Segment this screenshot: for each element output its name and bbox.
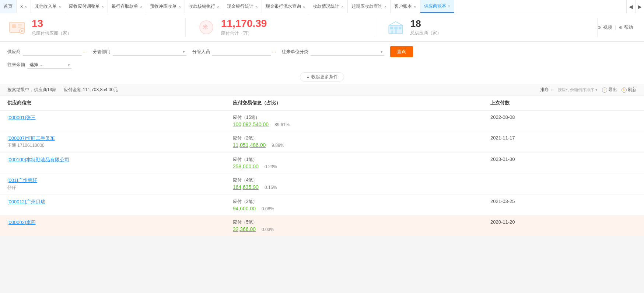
nav-tab-collectstat-label: 收款情况统计 [313,3,339,10]
dept-select-wrapper [113,48,186,56]
trans-amount-link[interactable]: 94,600.00 [233,206,256,211]
nav-arrows: ◀ ▶ [626,0,644,13]
person-label: 分管人员 [192,49,210,55]
trans-percentage: 0.15% [265,185,277,190]
close-icon[interactable]: × [384,4,386,9]
close-icon[interactable]: × [448,4,450,8]
trans-percentage: 0.03% [262,227,274,232]
nav-tab-verify[interactable]: 收款核销执行 × [185,0,223,13]
nav-tab-overdue-label: 超期应收款查询 [351,3,382,10]
close-icon[interactable]: × [25,4,27,9]
nav-tab-custbook[interactable]: 客户账本 × [391,0,420,13]
help-link[interactable]: ⊙ 帮助 [619,24,633,31]
supplier-input[interactable] [23,48,82,56]
trans-amount-link[interactable]: 258,000.00 [233,163,259,169]
summary-card-total-suppliers: 18 总供应商（家） [375,18,598,37]
sort-label: 排序： [540,87,553,93]
trans-label: 应付（1笔） [233,156,476,163]
svg-rect-10 [394,27,398,29]
payable-suppliers-content: 13 总应付供应商（家） [32,18,71,37]
trans-percentage: 0.08% [262,206,274,211]
supplier-name-link[interactable]: [000001]张三 [7,115,36,120]
suppliers-table: 供应商信息 应付交易信息（占比） 上次付数 [000001]张三应付（15笔）1… [0,96,644,236]
trans-info-cell: 应付（4笔）164,635.900.15% [225,173,483,195]
supplier-dots-icon[interactable]: ··· [83,49,87,55]
supplier-info-cell: [000001]张三 [0,110,225,131]
trans-info-cell: 应付（5笔）32,366.000.03% [225,216,483,236]
category-select[interactable] [311,48,384,56]
filter-row-1: 供应商 ··· 分管部门 分管人员 ··· 往来单位分类 查询 [7,46,637,57]
close-icon[interactable]: × [102,4,104,9]
nav-tab-3[interactable]: 3 × [17,0,31,13]
supplier-name-link[interactable]: [001]广州荣轩 [7,177,37,183]
svg-rect-3 [18,27,21,28]
close-icon[interactable]: × [140,4,142,9]
nav-tab-overdue[interactable]: 超期应收款查询 × [348,0,391,13]
balance-select[interactable]: 选择... [27,61,71,69]
query-button[interactable]: 查询 [390,46,413,57]
results-actions: 排序： 按应付余额倒序排序 ▾ ○ 导出 ↻ 刷新 [540,87,637,93]
close-icon[interactable]: × [217,4,219,9]
nav-tab-supplierbook-label: 供应商账本 [424,3,446,9]
trans-amount-link[interactable]: 32,366.00 [233,226,256,232]
close-icon[interactable]: × [414,4,416,9]
supplier-sub-info: 仔仔 [7,185,218,191]
total-payable-number: 11,170.39 [221,18,267,30]
nav-tab-adjust-label: 应收应付调整单 [69,3,100,10]
trans-percentage: 0.23% [265,164,277,169]
supplier-name-link[interactable]: [000007]恒旺二手叉车 [7,135,55,141]
col-last-pay: 上次付数 [483,96,644,110]
supplier-name-link[interactable]: [000002]李四 [7,220,36,225]
trans-amount-link[interactable]: 11,051,486.00 [233,142,266,148]
dept-select[interactable] [113,48,186,56]
table-row: [000007]恒旺二手叉车王通 17106110000应付（2笔）11,051… [0,131,644,153]
balance-select-wrapper: 选择... [27,61,71,69]
top-right-links: ⊙ 视频 | ⊙ 帮助 [598,24,637,31]
nav-tab-income[interactable]: 其他收入单 × [31,0,65,13]
results-bar: 搜索结果中，供应商13家 应付金额 111,703,854.00元 排序： 按应… [0,84,644,96]
supplier-sub-info: 王通 17106110000 [7,142,218,149]
person-input[interactable] [212,48,271,56]
close-icon[interactable]: × [59,4,61,9]
main-table-wrap: 供应商信息 应付交易信息（占比） 上次付数 [000001]张三应付（15笔）1… [0,96,644,236]
top-navigation: 首页 3 × 其他收入单 × 应收应付调整单 × 银行存取款单 × 预收冲应收单… [0,0,644,13]
svg-rect-12 [391,31,393,34]
close-icon[interactable]: × [178,4,181,9]
trans-info-cell: 应付（15笔）100,092,540.0089.61% [225,110,483,131]
total-payable-content: 11,170.39 应付合计（万） [221,18,267,37]
nav-tab-cashstat[interactable]: 现金银行统计 × [223,0,262,13]
export-button[interactable]: ○ 导出 [602,87,617,93]
person-dots-icon[interactable]: ··· [272,49,276,55]
trans-amount-link[interactable]: 164,635.90 [233,184,259,190]
video-link[interactable]: ⊙ 视频 [598,24,612,31]
nav-next-button[interactable]: ▶ [635,0,644,13]
nav-prev-button[interactable]: ◀ [626,0,635,13]
refresh-button[interactable]: ↻ 刷新 [622,87,637,93]
supplier-info-cell: [000002]李四 [0,216,225,236]
close-icon[interactable]: × [341,4,343,9]
nav-tab-adjust[interactable]: 应收应付调整单 × [65,0,108,13]
payable-suppliers-number: 13 [32,18,71,30]
sort-select[interactable]: 按应付余额倒序排序 ▾ [558,87,598,93]
supplier-name-link[interactable]: [000100]本特勤油品有限公司 [7,157,69,162]
supplier-name-link[interactable]: [000012]广州贝瑞 [7,199,45,204]
nav-tab-precollect[interactable]: 预收冲应收单 × [146,0,185,13]
last-pay-date: 2022-08-08 [490,114,515,120]
close-icon[interactable]: × [303,4,305,9]
nav-tab-bank[interactable]: 银行存取款单 × [108,0,146,13]
filter-supplier: 供应商 ··· [7,48,87,56]
collapse-button[interactable]: ▲ 收起更多条件 [300,72,344,82]
nav-tab-bank-label: 银行存取款单 [112,3,138,10]
svg-text:米: 米 [202,24,208,30]
nav-tab-supplierbook[interactable]: 供应商账本 × [420,0,454,13]
payable-supplier-icon: ¥ [7,18,27,37]
nav-tab-collectstat[interactable]: 收款情况统计 × [309,0,347,13]
nav-tab-income-label: 其他收入单 [35,3,57,10]
nav-tab-cashflow[interactable]: 现金银行流水查询 × [262,0,309,13]
close-icon[interactable]: × [255,4,258,9]
nav-tab-home[interactable]: 首页 [0,0,17,13]
col-supplier-info: 供应商信息 [0,96,225,110]
trans-amount-link[interactable]: 100,092,540.00 [233,121,269,127]
last-pay-cell [483,173,644,195]
trans-label: 应付（4笔） [233,177,476,183]
